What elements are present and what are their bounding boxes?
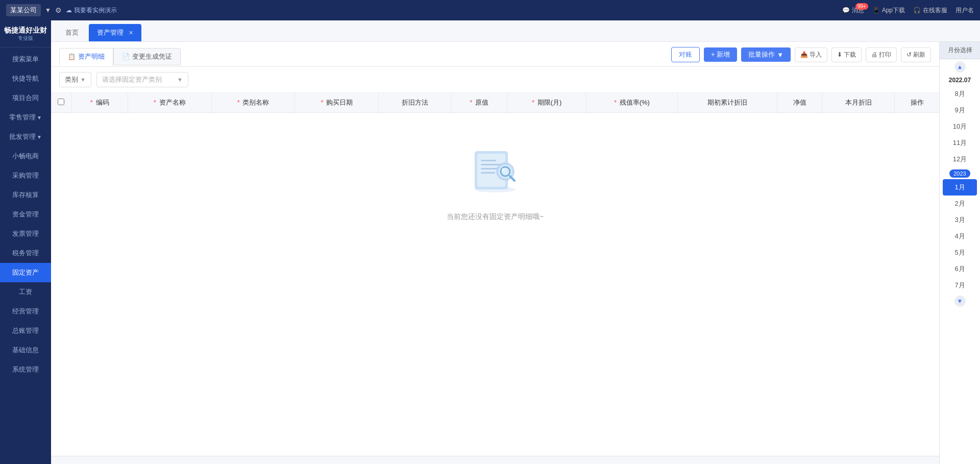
- sidebar-item-salary[interactable]: 工资: [0, 282, 51, 302]
- app-name: 畅捷通好业财: [4, 26, 47, 35]
- th-monthly-label: 本月折旧: [845, 99, 872, 106]
- th-purchase-date: * 购买日期: [295, 93, 379, 113]
- user-info[interactable]: 用户名: [955, 6, 974, 15]
- th-category-label: 类别名称: [242, 99, 269, 106]
- refresh-icon: ↺: [906, 51, 912, 58]
- th-checkbox: [51, 93, 71, 113]
- refresh-button[interactable]: ↺ 刷新: [901, 47, 931, 62]
- import-button[interactable]: 📥 导入: [795, 47, 827, 62]
- change-voucher-label: 变更生成凭证: [132, 52, 172, 61]
- bottom-bar: [51, 456, 939, 464]
- category-type-arrow-icon: ▼: [80, 77, 86, 83]
- month-nav-bottom: ▼: [940, 294, 980, 309]
- top-bar: 某某公司 ▼ ⚙ ☁ 我要看实例演示 💬 消息 99+ 📱 App下载 🎧 在线…: [0, 0, 980, 20]
- basic-label: 基础信息: [12, 346, 39, 354]
- month-item-4[interactable]: 4月: [940, 228, 980, 245]
- month-item-6[interactable]: 6月: [940, 261, 980, 277]
- add-button[interactable]: + 新增: [704, 47, 737, 62]
- month-item-1[interactable]: 1月: [943, 179, 977, 196]
- tab-home[interactable]: 首页: [57, 24, 87, 41]
- th-name-label: 资产名称: [159, 99, 186, 106]
- empty-state: 当前您还没有固定资产明细哦~: [51, 113, 939, 252]
- top-bar-right: 💬 消息 99+ 📱 App下载 🎧 在线客服 用户名: [842, 6, 974, 15]
- message-button[interactable]: 💬 消息 99+: [842, 6, 864, 15]
- select-all-checkbox[interactable]: [58, 99, 64, 105]
- year-2023-badge: 2023: [949, 169, 970, 178]
- content-area: 首页 资产管理 ✕ 📋 资产明细 📄: [51, 20, 980, 464]
- month-nav: ▲: [940, 59, 980, 75]
- message-icon: 💬: [842, 7, 850, 14]
- top-bar-left: 某某公司 ▼ ⚙ ☁ 我要看实例演示: [6, 4, 117, 16]
- sidebar-item-ledger[interactable]: 总账管理: [0, 321, 51, 340]
- sidebar-item-operations[interactable]: 经营管理: [0, 302, 51, 321]
- sidebar-item-fixed-assets[interactable]: 固定资产: [0, 263, 51, 282]
- batch-arrow-icon: ▼: [777, 51, 783, 59]
- sub-tab-change-voucher[interactable]: 📄 变更生成凭证: [113, 48, 181, 65]
- month-item-7[interactable]: 7月: [940, 277, 980, 294]
- wholesale-label: 批发管理: [9, 132, 36, 141]
- download-label: 下载: [844, 51, 856, 59]
- sidebar-item-project[interactable]: 项目合同: [0, 88, 51, 108]
- sidebar-item-basic[interactable]: 基础信息: [0, 340, 51, 360]
- table-header: * 编码 * 资产名称 * 类别名称: [51, 93, 939, 113]
- system-label: 系统管理: [12, 365, 39, 373]
- batch-button[interactable]: 批量操作 ▼: [741, 47, 791, 62]
- th-category: * 类别名称: [211, 93, 295, 113]
- company-dropdown-icon[interactable]: ▼: [45, 7, 51, 14]
- sidebar-item-inventory[interactable]: 库存核算: [0, 185, 51, 205]
- category-type-select[interactable]: 类别 ▼: [59, 72, 91, 87]
- sub-tab-asset-detail[interactable]: 📋 资产明细: [59, 48, 113, 65]
- svg-rect-4: [481, 164, 501, 165]
- app-download-button[interactable]: 📱 App下载: [872, 6, 905, 15]
- settings-icon[interactable]: ⚙: [55, 6, 62, 14]
- month-item-11[interactable]: 11月: [940, 135, 980, 151]
- month-next-button[interactable]: ▼: [954, 296, 966, 307]
- month-item-12[interactable]: 12月: [940, 151, 980, 167]
- download-button[interactable]: ⬇ 下载: [831, 47, 862, 62]
- invoice-label: 发票管理: [12, 230, 39, 237]
- demo-link[interactable]: ☁ 我要看实例演示: [66, 6, 117, 15]
- th-original-value-label: 原值: [475, 99, 488, 106]
- tab-close-icon[interactable]: ✕: [129, 30, 133, 36]
- sidebar-item-finance[interactable]: 资金管理: [0, 205, 51, 224]
- month-prev-button[interactable]: ▲: [954, 61, 966, 72]
- tab-bar: 首页 资产管理 ✕: [51, 20, 980, 42]
- sidebar-item-search[interactable]: 搜索菜单: [0, 50, 51, 69]
- month-item-3[interactable]: 3月: [940, 212, 980, 228]
- search-menu-label: 搜索菜单: [12, 55, 39, 63]
- asset-table: * 编码 * 资产名称 * 类别名称: [51, 93, 939, 252]
- print-button[interactable]: 🖨 打印: [866, 47, 897, 62]
- tab-asset-management[interactable]: 资产管理 ✕: [89, 24, 141, 41]
- sidebar-item-wholesale[interactable]: 批发管理 ▼: [0, 127, 51, 146]
- sidebar-item-purchase[interactable]: 采购管理: [0, 166, 51, 185]
- sidebar-item-retail[interactable]: 零售管理 ▼: [0, 108, 51, 127]
- th-accumulated-label: 期初累计折旧: [707, 99, 747, 106]
- online-service-button[interactable]: 🎧 在线客服: [913, 6, 947, 15]
- sidebar-item-tax[interactable]: 税务管理: [0, 243, 51, 263]
- empty-text: 当前您还没有固定资产明细哦~: [447, 212, 544, 222]
- sidebar-item-ecommerce[interactable]: 小畅电商: [0, 146, 51, 166]
- salary-label: 工资: [19, 288, 32, 296]
- month-item-8[interactable]: 8月: [940, 86, 980, 102]
- company-name: 某某公司: [10, 6, 37, 14]
- sidebar-item-quicknav[interactable]: 快捷导航: [0, 69, 51, 88]
- month-item-2[interactable]: 2月: [940, 196, 980, 212]
- month-item-5[interactable]: 5月: [940, 245, 980, 261]
- tab-asset-label: 资产管理: [97, 29, 124, 36]
- company-selector[interactable]: 某某公司: [6, 4, 41, 16]
- change-voucher-icon: 📄: [122, 53, 130, 60]
- inventory-label: 库存核算: [12, 191, 39, 199]
- month-item-9[interactable]: 9月: [940, 102, 980, 118]
- sidebar-item-invoice[interactable]: 发票管理: [0, 224, 51, 243]
- duizhang-button[interactable]: 对账: [671, 47, 700, 62]
- th-accumulated-depreciation: 期初累计折旧: [677, 93, 777, 113]
- main-layout: 畅捷通好业财 专业版 搜索菜单 快捷导航 项目合同 零售管理 ▼ 批发管理 ▼ …: [0, 20, 980, 464]
- month-item-10[interactable]: 10月: [940, 118, 980, 135]
- sidebar-item-system[interactable]: 系统管理: [0, 360, 51, 379]
- table-header-row: * 编码 * 资产名称 * 类别名称: [51, 93, 939, 113]
- month-panel: 月份选择 ▲ 2022.07 8月 9月 10月 11月 1: [939, 42, 980, 464]
- category-input[interactable]: 请选择固定资产类别 ▼: [96, 72, 188, 87]
- toolbar-right: 对账 + 新增 批量操作 ▼ 📥 导入 ⬇ 下载: [671, 47, 931, 66]
- finance-label: 资金管理: [12, 210, 39, 218]
- retail-label: 零售管理: [9, 113, 36, 122]
